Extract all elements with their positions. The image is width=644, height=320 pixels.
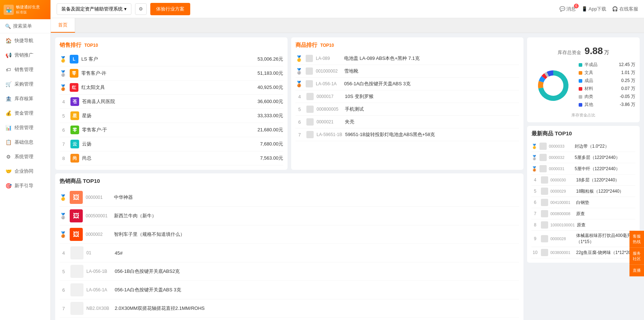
product-code: 003800001 <box>550 250 574 255</box>
medal-icon: 🥉 <box>60 231 67 238</box>
product-name: 18颗粒板（1220*2440） <box>576 188 635 194</box>
new-product-row: 4 0000030 18多层（1220*2440） <box>531 175 635 186</box>
tabbar: 首页 <box>51 18 644 33</box>
settings-button[interactable]: ⚙ <box>135 3 147 15</box>
medal-icon: 🥈 <box>531 155 537 160</box>
sidebar-item-guide[interactable]: 🎯 新手引导 <box>0 179 50 193</box>
left-column: 销售排行 TOP10 🥇 L LS 客户 53,006.26元 🥈 零 零售客户… <box>55 37 523 316</box>
sales-ranking-title: 销售排行 TOP10 <box>60 42 283 49</box>
product-code: 0000017 <box>317 94 342 99</box>
nav-label: 新手引导 <box>15 182 33 189</box>
system-title: 装备及固定资产辅助管理系统 <box>61 6 123 12</box>
legend-item: 半成品 12.45 万 <box>579 62 635 68</box>
product-name: 45# <box>115 250 519 256</box>
ranking-section: 销售排行 TOP10 🥇 L LS 客户 53,006.26元 🥈 零 零售客户… <box>55 37 523 170</box>
message-section[interactable]: 💬 消息 6 <box>559 6 576 12</box>
experience-button[interactable]: 体验行业方案 <box>150 3 190 15</box>
product-code: 0000001 <box>86 195 111 200</box>
sidebar-item-purchase[interactable]: 🛒 采购管理 <box>0 77 50 91</box>
product-code: LA-056-1A <box>316 81 341 86</box>
sidebar-item-base[interactable]: 📋 基础信息 <box>0 135 50 149</box>
legend-category: 文具 <box>584 70 619 76</box>
product-code: NB2.0X30B <box>86 306 112 311</box>
sidebar-item-finance[interactable]: 💰 资金管理 <box>0 106 50 120</box>
product-name: 雪地靴 <box>344 68 519 74</box>
customer-avatar: 红 <box>70 83 78 92</box>
product-name: 白钢垫 <box>576 200 635 206</box>
customer-amount: 21,680.00元 <box>257 127 283 133</box>
medal-icon: 🥇 <box>531 144 537 149</box>
hot-products-card: 热销商品 TOP10 🥇 🖼 0000001 中华神器 🥈 🖼 00050000… <box>55 173 523 320</box>
legend-category: 半成品 <box>584 62 617 68</box>
app-version: 标准版 <box>16 10 40 15</box>
product-name: 新西兰牛肉（新牛） <box>114 213 519 219</box>
sidebar-item-operations[interactable]: 📊 经营管理 <box>0 120 50 135</box>
hot-product-row: 4 01 45# <box>60 244 519 262</box>
product-code: 0000028 <box>550 237 574 241</box>
nav-label: 营销推广 <box>15 52 33 58</box>
customer-avatar: 云 <box>70 140 79 148</box>
product-image <box>70 246 83 259</box>
search-menu-item[interactable]: 🔍 搜索菜单 <box>0 19 50 33</box>
customer-name: LS 客户 <box>81 56 254 62</box>
search-menu-label: 搜索菜单 <box>13 23 32 29</box>
float-service-btn[interactable]: 直播 <box>629 265 644 276</box>
main-area: 装备及固定资产辅助管理系统 ▾ ⚙ 体验行业方案 💬 消息 6 📱 App下载 … <box>51 0 644 320</box>
medal-icon: 🥈 <box>295 68 303 75</box>
sidebar-item-sales[interactable]: 🏷 销售管理 <box>0 62 50 77</box>
rank-number: 8 <box>60 156 68 161</box>
customer-avatar: 零 <box>70 126 79 134</box>
sidebar-item-inventory[interactable]: 🏦 库存核算 <box>0 91 50 106</box>
sales-rank-row: 🥉 红 红太阳文具 40,925.00元 <box>60 81 283 95</box>
sidebar-logo: 🏪 畅捷通好生意 标准版 <box>0 0 50 19</box>
product-thumbnail <box>306 80 313 87</box>
product-thumbnail <box>539 165 547 172</box>
sidebar-item-system[interactable]: ⚙ 系统管理 <box>0 149 50 164</box>
sidebar-item-marketing[interactable]: 📢 营销推广 <box>0 48 50 62</box>
hot-product-row: 8 0000011 12070519-xs <box>60 318 519 320</box>
legend-item: 材料 0.07 万 <box>579 86 635 92</box>
legend-color-dot <box>579 71 582 75</box>
rank-number: 9 <box>531 236 539 241</box>
customer-name: 零售客户-于 <box>82 127 254 133</box>
nav-label: 采购管理 <box>15 81 33 87</box>
sales-rank-row: 🥈 零 零售客户-许 51,183.00元 <box>60 66 283 81</box>
product-code: 0000030 <box>550 178 574 182</box>
tab-home[interactable]: 首页 <box>51 18 75 33</box>
content-area: 销售排行 TOP10 🥇 L LS 客户 53,006.26元 🥈 零 零售客户… <box>51 33 644 320</box>
product-thumbnail <box>541 210 548 217</box>
rank-number: 4 <box>60 99 68 104</box>
float-service-btn[interactable]: 客服热线 <box>629 231 644 248</box>
donut-chart-area: 半成品 12.45 万 文具 1.01 万 成品 0.25 万 材料 0.07 … <box>531 62 635 110</box>
rank-number: 5 <box>295 107 303 112</box>
customer-avatar: 零 <box>70 69 78 78</box>
app-download-label: App下载 <box>588 6 606 12</box>
product-ranking-table: 🥇 LA-089 电池盖 LA-089 ABS本色+黑种 7.1克 🥈 0010… <box>295 52 519 141</box>
medal-icon: 🥇 <box>60 56 67 63</box>
sidebar-item-quick-nav[interactable]: 🏠 快捷导航 <box>0 33 50 48</box>
online-service[interactable]: 🎧 在线客服 <box>612 6 638 12</box>
nav-label: 企业协同 <box>15 168 33 175</box>
product-code: LA-59651-1B <box>317 132 342 137</box>
app-name: 畅捷通好生意 <box>16 4 40 10</box>
customer-name: 尚总 <box>82 155 257 161</box>
legend-value: 1.01 万 <box>621 70 635 76</box>
sidebar-item-cooperation[interactable]: 🤝 企业协同 <box>0 164 50 179</box>
float-service-btn[interactable]: 服务社区 <box>629 248 644 265</box>
nav-label: 销售管理 <box>15 66 33 73</box>
rank-number: 5 <box>531 189 539 194</box>
legend-category: 其他 <box>584 102 617 108</box>
system-dropdown[interactable]: 装备及固定资产辅助管理系统 ▾ <box>57 3 131 15</box>
marketing-icon: 📢 <box>5 52 12 58</box>
app-download[interactable]: 📱 App下载 <box>582 6 606 12</box>
hot-product-row: 5 LA-056-1B 056-1B白色按键开关底ABS2克 <box>60 262 519 281</box>
product-thumbnail <box>539 154 547 161</box>
new-products-list: 🥇 0000033 封边带（1.0*22） 🥈 0000032 5厘多层（122… <box>531 141 635 258</box>
new-products-card: 最新商品 TOP10 🥇 0000033 封边带（1.0*22） 🥈 00000… <box>527 126 640 263</box>
legend-category: 材料 <box>584 86 619 92</box>
product-name: 夹壳 <box>345 119 519 125</box>
sales-rank-row: 8 尚 尚总 7,563.00元 <box>60 151 283 165</box>
legend-color-dot <box>579 63 582 67</box>
hot-products-list: 🥇 🖼 0000001 中华神器 🥈 🖼 000500001 新西兰牛肉（新牛）… <box>60 188 519 320</box>
legend-category: 成品 <box>584 78 619 84</box>
